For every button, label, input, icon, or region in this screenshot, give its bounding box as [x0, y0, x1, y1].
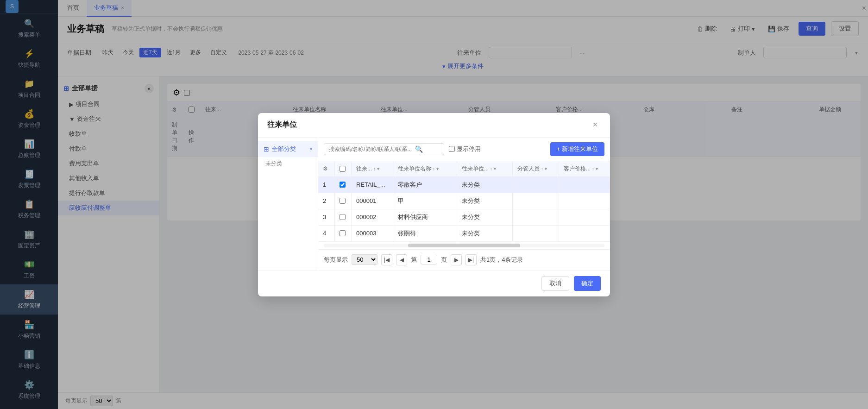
per-page-select[interactable]: 50 10 20 100: [352, 254, 377, 265]
modal-th-price: 客户价格... ↕ ▾: [559, 161, 610, 176]
search-input-wrap: 🔍: [324, 143, 444, 155]
partner-search-input[interactable]: [329, 146, 412, 152]
row4-category: 未分类: [457, 226, 513, 241]
modal-th-name-filter-icon: ▾: [436, 166, 439, 171]
row1-price: [559, 177, 610, 193]
show-disabled-checkbox[interactable]: [449, 146, 455, 152]
modal-th-category-filter-icon: ▾: [494, 166, 496, 171]
modal-sidebar-all-label: 全部分类: [272, 145, 296, 153]
confirm-button[interactable]: 确定: [574, 276, 601, 291]
modal-th-settings-icon: ⚙: [323, 165, 328, 172]
row1-checkbox[interactable]: [335, 177, 352, 193]
cancel-button[interactable]: 取消: [541, 276, 569, 291]
last-page-button[interactable]: ▶|: [465, 254, 477, 265]
show-disabled-label[interactable]: 显示停用: [449, 145, 481, 153]
modal-th-manager: 分管人员 ↕ ▾: [513, 161, 559, 176]
modal-th-manager-filter-icon: ▾: [545, 166, 547, 171]
modal-th-category: 往来单位... ↕ ▾: [457, 161, 513, 176]
modal-content: 🔍 显示停用 + 新增往来单位 ⚙: [318, 138, 610, 270]
partner-modal: 往来单位 × ⊞ 全部分类 « 未分类: [258, 113, 610, 296]
modal-th-code-sort-icon: ↕: [373, 166, 376, 171]
modal-sidebar-uncategorized[interactable]: 未分类: [258, 157, 318, 170]
modal-th-name: 往来单位名称 ↕ ▾: [393, 161, 457, 176]
row4-price: [559, 226, 610, 241]
modal-close-button[interactable]: ×: [590, 120, 601, 131]
modal-th-price-sort-icon: ↕: [592, 166, 594, 171]
modal-th-manager-label: 分管人员: [517, 165, 540, 173]
row1-index: 1: [318, 177, 335, 193]
row4-index: 4: [318, 226, 335, 241]
modal-overlay: 往来单位 × ⊞ 全部分类 « 未分类: [0, 0, 868, 409]
row3-category: 未分类: [457, 209, 513, 225]
modal-title: 往来单位: [267, 120, 297, 130]
modal-th-category-label: 往来单位...: [462, 165, 489, 173]
grid-icon-2: ⊞: [264, 145, 269, 153]
modal-sidebar-uncategorized-label: 未分类: [265, 160, 282, 167]
modal-th-checkbox-input[interactable]: [340, 166, 346, 172]
modal-th-manager-sort-icon: ↕: [541, 166, 543, 171]
table-row[interactable]: 4 000003 张嗣得 未分类: [318, 226, 610, 242]
table-row[interactable]: 2 000001 甲 未分类: [318, 193, 610, 209]
modal-th-category-sort-icon: ↕: [490, 166, 492, 171]
search-icon-2: 🔍: [415, 145, 423, 153]
row4-name: 张嗣得: [393, 226, 457, 241]
row1-category: 未分类: [457, 177, 513, 193]
next-page-button[interactable]: ▶: [451, 254, 462, 265]
row4-checkbox[interactable]: [335, 226, 352, 241]
row3-index: 3: [318, 209, 335, 225]
row3-checkbox-input[interactable]: [340, 214, 346, 220]
modal-table-header: ⚙ 往来... ↕ ▾ 往来单位名称 ↕ ▾: [318, 161, 610, 177]
row3-name: 材料供应商: [393, 209, 457, 225]
row1-name: 零散客户: [393, 177, 457, 193]
show-disabled-text: 显示停用: [457, 145, 481, 153]
horizontal-scrollbar[interactable]: [324, 244, 604, 247]
row2-price: [559, 193, 610, 209]
row3-manager: [513, 209, 559, 225]
table-row[interactable]: 3 000002 材料供应商 未分类: [318, 209, 610, 226]
row2-category: 未分类: [457, 193, 513, 209]
row3-code: 000002: [352, 209, 393, 225]
row1-manager: [513, 177, 559, 193]
modal-th-price-filter-icon: ▾: [596, 166, 598, 171]
modal-body: ⊞ 全部分类 « 未分类 🔍 显示停用: [258, 138, 610, 270]
modal-th-name-sort-icon: ↕: [433, 166, 435, 171]
modal-footer: 取消 确定: [258, 270, 610, 296]
prev-page-button[interactable]: ◀: [396, 254, 407, 265]
modal-table: ⚙ 往来... ↕ ▾ 往来单位名称 ↕ ▾: [318, 161, 610, 242]
modal-th-code-filter-icon: ▾: [377, 166, 379, 171]
new-partner-button[interactable]: + 新增往来单位: [550, 142, 604, 156]
modal-th-settings: ⚙: [318, 161, 335, 176]
row2-code: 000001: [352, 193, 393, 209]
modal-toolbar: 🔍 显示停用 + 新增往来单位: [318, 138, 610, 161]
modal-sidebar-collapse-icon[interactable]: «: [309, 146, 312, 151]
row2-manager: [513, 193, 559, 209]
modal-th-price-label: 客户价格...: [564, 165, 591, 173]
page-number-input[interactable]: [421, 255, 437, 264]
modal-sidebar: ⊞ 全部分类 « 未分类: [258, 138, 318, 270]
row2-checkbox[interactable]: [335, 193, 352, 209]
first-page-button[interactable]: |◀: [381, 254, 392, 265]
page-prefix-label: 第: [411, 256, 417, 264]
row3-price: [559, 209, 610, 225]
page-suffix-label: 页: [441, 256, 447, 264]
modal-pagination: 每页显示 50 10 20 100 |◀ ◀ 第 页 ▶ ▶| 共1页，4条记录: [318, 249, 610, 270]
row4-checkbox-input[interactable]: [340, 230, 346, 236]
row3-checkbox[interactable]: [335, 209, 352, 225]
modal-th-code-label: 往来...: [356, 165, 372, 173]
row1-code: RETAIL_...: [352, 177, 393, 193]
modal-sidebar-all[interactable]: ⊞ 全部分类 «: [258, 141, 318, 157]
row2-name: 甲: [393, 193, 457, 209]
row2-checkbox-input[interactable]: [340, 198, 346, 204]
row2-index: 2: [318, 193, 335, 209]
scroll-thumb[interactable]: [408, 244, 520, 247]
total-label: 共1页，4条记录: [480, 256, 523, 264]
table-row[interactable]: 1 RETAIL_... 零散客户 未分类: [318, 177, 610, 193]
row4-manager: [513, 226, 559, 241]
modal-th-name-label: 往来单位名称: [398, 165, 431, 173]
row1-checkbox-input[interactable]: [340, 182, 346, 188]
row4-code: 000003: [352, 226, 393, 241]
modal-th-code: 往来... ↕ ▾: [352, 161, 393, 176]
modal-th-checkbox: [335, 161, 352, 176]
per-page-label: 每页显示: [324, 256, 348, 264]
modal-header: 往来单位 ×: [258, 113, 610, 138]
